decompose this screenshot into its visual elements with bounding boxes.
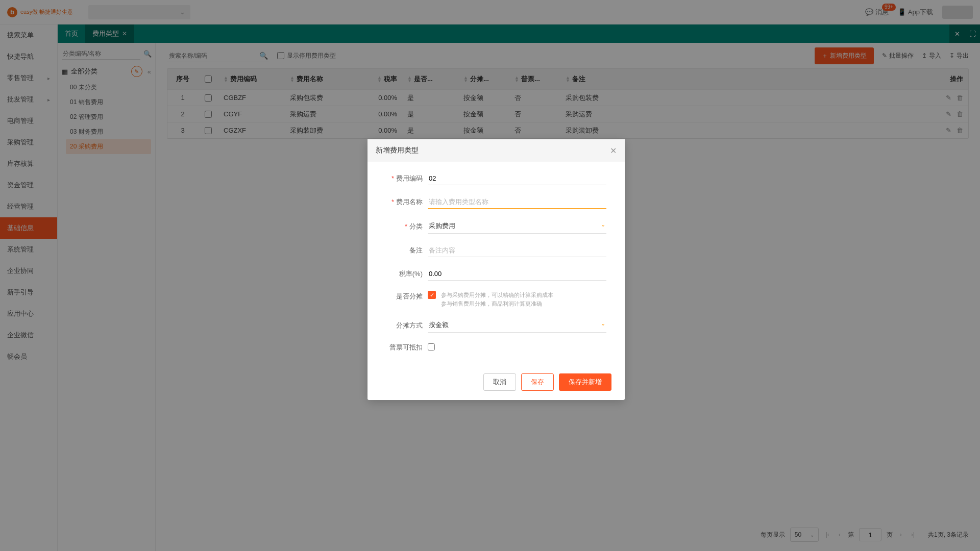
rate-input[interactable] — [428, 267, 606, 281]
allocate-hint-1: 参与采购费用分摊，可以精确的计算采购成本 — [441, 291, 606, 299]
chevron-down-icon: ⌄ — [601, 221, 605, 231]
modal-footer: 取消 保存 保存并新增 — [368, 367, 625, 400]
code-label: 费用编码 — [386, 174, 428, 183]
add-cost-type-modal: 新增费用类型 ✕ 费用编码 费用名称 分类 采购费用 ⌄ 备注 税率(%) — [368, 139, 625, 400]
note-input[interactable] — [428, 244, 606, 257]
pu-label: 普票可抵扣 — [386, 343, 428, 352]
close-icon[interactable]: ✕ — [610, 146, 617, 156]
pu-checkbox[interactable] — [428, 343, 435, 350]
category-select[interactable]: 采购费用 ⌄ — [428, 219, 606, 234]
code-input[interactable] — [428, 172, 606, 185]
modal-title: 新增费用类型 — [376, 146, 419, 155]
allocate-hint: 参与采购费用分摊，可以精确的计算采购成本 参与销售费用分摊，商品利润计算更准确 — [441, 291, 606, 308]
name-label: 费用名称 — [386, 197, 428, 207]
allocate-label: 是否分摊 — [386, 291, 428, 301]
modal-body: 费用编码 费用名称 分类 采购费用 ⌄ 备注 税率(%) 是否分摊 — [368, 162, 625, 367]
allocate-hint-2: 参与销售费用分摊，商品利润计算更准确 — [441, 299, 606, 308]
category-label: 分类 — [386, 222, 428, 231]
save-button[interactable]: 保存 — [521, 373, 554, 391]
note-label: 备注 — [386, 246, 428, 255]
method-value: 按金额 — [429, 320, 449, 330]
rate-label: 税率(%) — [386, 269, 428, 279]
method-select[interactable]: 按金额 ⌄ — [428, 318, 606, 333]
allocate-checkbox[interactable]: ✓ — [428, 291, 436, 299]
category-value: 采购费用 — [429, 221, 455, 231]
name-input[interactable] — [428, 195, 606, 209]
modal-header: 新增费用类型 ✕ — [368, 139, 625, 162]
chevron-down-icon: ⌄ — [601, 320, 605, 330]
method-label: 分摊方式 — [386, 321, 428, 330]
save-new-button[interactable]: 保存并新增 — [559, 373, 611, 391]
cancel-button[interactable]: 取消 — [483, 373, 516, 391]
